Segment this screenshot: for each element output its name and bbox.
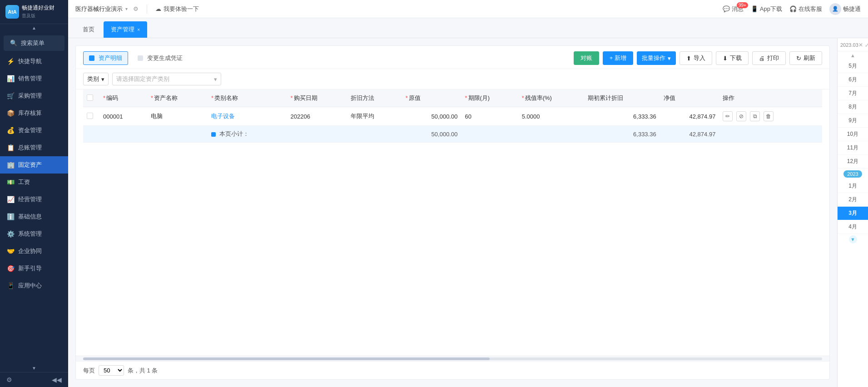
- month-6[interactable]: 6月: [838, 73, 868, 87]
- month-2[interactable]: 2月: [838, 193, 868, 207]
- tab-home[interactable]: 首页: [75, 21, 102, 38]
- new-button[interactable]: + 新增: [603, 51, 633, 65]
- sidebar-item-guide[interactable]: 🎯 新手引导: [0, 260, 68, 277]
- print-icon: 🖨: [759, 55, 765, 62]
- gear-settings-icon[interactable]: ⚙: [133, 5, 139, 12]
- assets-table: *编码 *资产名称 *类别名称 *购买日期 折旧方法 *原值 *期限(月) *残…: [83, 89, 822, 143]
- th-name: *资产名称: [147, 89, 208, 107]
- sidebar-item-label: 固定资产: [18, 161, 42, 169]
- panel-scroll-down[interactable]: ▼: [849, 234, 857, 245]
- refresh-button[interactable]: ↻ 刷新: [789, 51, 822, 65]
- print-button[interactable]: 🖨 打印: [752, 51, 786, 65]
- basic-info-icon: ℹ️: [6, 213, 15, 221]
- messages-button[interactable]: 💬 消息 99+: [723, 5, 744, 13]
- download-button[interactable]: ⬇ 下载: [716, 51, 749, 65]
- sidebar-item-label: 应用中心: [18, 282, 42, 290]
- month-9[interactable]: 9月: [838, 114, 868, 128]
- page-size-select[interactable]: 50 100 200: [99, 365, 124, 376]
- table-body: 000001 电脑 电子设备 202206 年限平均 50,000.00 60 …: [83, 107, 822, 143]
- sidebar-item-basic-info[interactable]: ℹ️ 基础信息: [0, 208, 68, 225]
- row-category: 电子设备: [208, 107, 287, 126]
- sidebar-item-system[interactable]: ⚙️ 系统管理: [0, 225, 68, 243]
- sidebar-search-button[interactable]: 🔍 搜索菜单: [4, 35, 64, 51]
- month-8[interactable]: 8月: [838, 100, 868, 114]
- month-5[interactable]: 5月: [838, 60, 868, 73]
- subtotal-empty3: [147, 126, 208, 143]
- delete-button[interactable]: 🗑: [764, 111, 774, 121]
- sidebar-item-purchase[interactable]: 🛒 采购管理: [0, 87, 68, 104]
- voucher-tab-icon: [138, 55, 143, 61]
- sidebar-item-enterprise[interactable]: 🤝 企业协同: [0, 243, 68, 260]
- subtotal-empty1: [83, 126, 99, 143]
- experience-button[interactable]: ☁ 我要体验一下: [155, 5, 199, 13]
- sidebar-scroll-down[interactable]: ▼: [0, 364, 68, 372]
- category-filter[interactable]: 类别 ▾: [83, 73, 109, 85]
- avatar: 👤: [829, 3, 841, 15]
- category-value-select[interactable]: 请选择固定资产类别 ▾: [112, 73, 221, 85]
- sub-tab-assets[interactable]: 资产明细: [83, 51, 128, 65]
- online-service-button[interactable]: 🎧 在线客服: [789, 5, 822, 13]
- sidebar-scroll-up[interactable]: ▲: [0, 24, 68, 32]
- copy-button[interactable]: ⧉: [750, 111, 760, 121]
- download-label: 下载: [730, 54, 742, 62]
- settings-icon[interactable]: ⚙: [6, 376, 12, 383]
- panel-scroll-up[interactable]: ▲: [850, 51, 855, 60]
- subtotal-icon: [211, 132, 216, 137]
- disable-button[interactable]: ⊘: [736, 111, 746, 121]
- row-checkbox[interactable]: [87, 113, 93, 119]
- sidebar-item-label: 基础信息: [18, 213, 42, 221]
- messages-badge: 99+: [737, 2, 748, 8]
- year-badge: 2023: [843, 170, 862, 178]
- panel-close-icon[interactable]: ✕: [858, 42, 863, 48]
- main-area: 医疗器械行业演示 ▾ ⚙ ☁ 我要体验一下 💬 消息 99+ 📱 App下载 🎧…: [68, 0, 868, 387]
- th-checkbox: [83, 89, 99, 107]
- logo-text: 畅捷通好业财: [22, 5, 55, 12]
- month-4[interactable]: 4月: [838, 220, 868, 234]
- month-3-current[interactable]: 3月: [838, 207, 868, 220]
- company-selector[interactable]: 医疗器械行业演示 ▾: [75, 5, 128, 13]
- batch-button[interactable]: 批量操作 ▾: [637, 51, 676, 65]
- month-11[interactable]: 11月: [838, 141, 868, 155]
- export-button[interactable]: ⬆ 导入: [680, 51, 712, 65]
- sidebar-item-capital[interactable]: 💰 资金管理: [0, 122, 68, 139]
- sidebar-item-app-center[interactable]: 📱 应用中心: [0, 277, 68, 294]
- sidebar-item-quick-nav[interactable]: ⚡ 快捷导航: [0, 53, 68, 70]
- collapse-icon[interactable]: ◀◀: [52, 376, 62, 383]
- content-area: 资产明细 变更生成凭证 对账 + 新增 批量操作 ▾: [68, 38, 868, 387]
- user-profile[interactable]: 👤 畅捷通: [829, 3, 861, 15]
- purchase-icon: 🛒: [6, 92, 15, 100]
- sidebar-item-sales[interactable]: 📊 销售管理: [0, 70, 68, 87]
- month-12[interactable]: 12月: [838, 155, 868, 169]
- sidebar-item-inventory[interactable]: 📦 库存核算: [0, 104, 68, 122]
- year-badge-row: 2023: [838, 169, 868, 179]
- tab-asset-management[interactable]: 资产管理 ×: [104, 21, 147, 38]
- select-all-checkbox[interactable]: [87, 94, 93, 101]
- sidebar-item-fixed-assets[interactable]: 🏢 固定资产: [0, 156, 68, 174]
- download-icon: 📱: [751, 5, 758, 12]
- sub-tab-voucher[interactable]: 变更生成凭证: [132, 51, 188, 65]
- row-residual-rate: 5.0000: [518, 107, 585, 126]
- row-checkbox-cell: [83, 107, 99, 126]
- reconcile-button[interactable]: 对账: [574, 51, 599, 65]
- month-7[interactable]: 7月: [838, 87, 868, 100]
- sidebar-item-ledger[interactable]: 📋 总账管理: [0, 139, 68, 156]
- tab-close-button[interactable]: ×: [137, 27, 140, 32]
- refresh-label: 刷新: [804, 54, 815, 62]
- fixed-assets-icon: 🏢: [6, 161, 15, 169]
- subtotal-original-value: 50,000.00: [402, 126, 461, 143]
- app-center-icon: 📱: [6, 282, 15, 290]
- th-depreciation-method: 折旧方法: [347, 89, 402, 107]
- sidebar-item-salary[interactable]: 💵 工资: [0, 174, 68, 191]
- edit-button[interactable]: ✏: [723, 111, 733, 121]
- th-operations: 操作: [719, 89, 822, 107]
- sidebar-item-label: 总账管理: [18, 144, 42, 152]
- sidebar-item-operations[interactable]: 📈 经营管理: [0, 191, 68, 208]
- scrollbar-track: [83, 357, 822, 360]
- month-1[interactable]: 1月: [838, 179, 868, 193]
- panel-expand-icon[interactable]: ⤢: [865, 42, 868, 48]
- panel-year: 2023.03: [840, 42, 858, 48]
- horizontal-scrollbar[interactable]: [76, 356, 829, 361]
- month-10[interactable]: 10月: [838, 128, 868, 141]
- app-download-button[interactable]: 📱 App下载: [751, 5, 782, 13]
- pagination-row: 每页 50 100 200 条，共 1 条: [76, 361, 829, 379]
